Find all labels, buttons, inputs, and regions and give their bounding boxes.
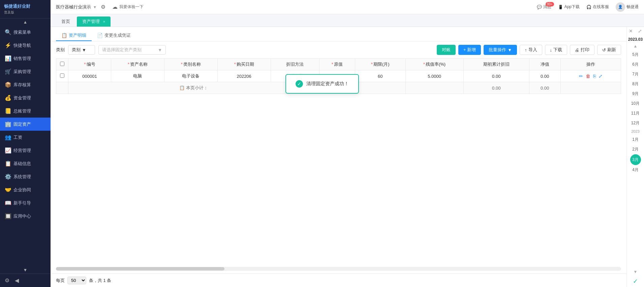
subtotal-text: 本页小计：	[186, 85, 208, 90]
more-icon[interactable]: ⤢	[599, 73, 603, 79]
settings-gear-icon[interactable]: ⚙	[101, 4, 105, 10]
batch-ops-button[interactable]: 批量操作 ▼	[484, 45, 517, 55]
rp-scroll-down-btn[interactable]: ▼	[627, 268, 644, 276]
sidebar-item-inventory-label: 库存核算	[13, 82, 31, 88]
company-dropdown-icon: ▼	[93, 5, 97, 9]
import-icon: ↑	[525, 47, 527, 53]
sub-tab-asset-detail[interactable]: 📋 资产明细	[56, 30, 92, 41]
rp-month-9[interactable]: 9月	[627, 89, 644, 99]
rp-month-2[interactable]: 2月	[627, 145, 644, 154]
per-page-select[interactable]: 50 20 100	[67, 277, 86, 284]
rp-close-row: ✕ ⤢	[627, 27, 644, 35]
sidebar-scroll-down[interactable]: ▼	[0, 266, 51, 274]
sidebar-item-fixed-assets[interactable]: 🏢 固定资产	[0, 118, 51, 131]
import-button[interactable]: ↑ 导入	[520, 45, 542, 55]
settings-icon[interactable]: ⚙	[5, 277, 9, 284]
sidebar: 畅捷通好业财 普及版 ▲ 🔍 搜索菜单 ⚡ 快捷导航 📊 销售管理 🛒 采购管理…	[0, 0, 51, 287]
row-checkbox[interactable]	[60, 73, 64, 78]
message-btn[interactable]: 💬 消息 99+	[537, 4, 551, 10]
sidebar-item-system[interactable]: ⚙️ 系统管理	[0, 170, 51, 183]
col-original-value: *原值	[319, 59, 355, 70]
refresh-button[interactable]: ↺ 刷新	[597, 45, 621, 55]
rp-month-6[interactable]: 6月	[627, 60, 644, 69]
sidebar-item-app-center[interactable]: 🔲 应用中心	[0, 210, 51, 223]
rp-month-10[interactable]: 10月	[627, 99, 644, 108]
sidebar-item-sales[interactable]: 📊 销售管理	[0, 52, 51, 65]
delete-icon[interactable]: 🗑	[586, 73, 590, 79]
col-initial-accumulated: 期初累计折旧	[463, 59, 529, 70]
category-type-select[interactable]: 请选择固定资产类别 ▼	[98, 45, 166, 55]
subtotal-period	[355, 82, 405, 94]
tab-close-icon[interactable]: ×	[103, 20, 105, 24]
search-icon: 🔍	[5, 29, 11, 35]
category-filter-select[interactable]: 类别 ▼	[68, 45, 95, 55]
sidebar-item-purchase[interactable]: 🛒 采购管理	[0, 65, 51, 78]
col-category: *类别名称	[164, 59, 217, 70]
category-filter-value: 类别	[72, 47, 81, 53]
experience-btn[interactable]: ☁ 我要体验一下	[112, 4, 144, 10]
sidebar-logo: 畅捷通好业财 普及版	[0, 0, 51, 19]
pagination-total: 条，共 1 条	[89, 278, 111, 284]
per-page-label: 每页	[56, 278, 65, 284]
sidebar-scroll-up[interactable]: ▲	[0, 19, 51, 26]
sidebar-item-inventory[interactable]: 📦 库存核算	[0, 78, 51, 91]
tab-home[interactable]: 首页	[56, 17, 75, 27]
app-download-btn[interactable]: 📱 App下载	[558, 4, 580, 10]
horizontal-scrollbar[interactable]	[56, 267, 621, 271]
subtotal-initial: 0.00	[463, 82, 529, 94]
rp-month-8[interactable]: 8月	[627, 79, 644, 89]
refresh-icon: ↺	[602, 47, 606, 53]
asset-detail-icon: 📋	[61, 33, 67, 38]
collapse-icon[interactable]: ◀	[15, 277, 19, 284]
subtotal-row: 📋 本页小计： 0.00 0.00 0.00	[56, 82, 621, 94]
rp-month-4[interactable]: 4月	[627, 165, 644, 175]
sidebar-item-basic-info[interactable]: 📋 基础信息	[0, 157, 51, 170]
sidebar-item-quick-nav[interactable]: ⚡ 快捷导航	[0, 39, 51, 52]
rp-month-1[interactable]: 1月	[627, 135, 644, 145]
cell-code: 000001	[68, 70, 111, 82]
reconcile-button[interactable]: 对账	[437, 45, 456, 55]
rp-year-2023-label: 2023	[627, 128, 644, 135]
rp-month-11[interactable]: 11月	[627, 108, 644, 118]
sidebar-item-funds[interactable]: 💰 资金管理	[0, 91, 51, 104]
sidebar-item-guide[interactable]: 📖 新手引导	[0, 196, 51, 210]
print-button[interactable]: 🖨 打印	[570, 45, 594, 55]
sidebar-item-general-ledger[interactable]: 📒 总账管理	[0, 104, 51, 118]
sub-tab-change-voucher-label: 变更生成凭证	[104, 32, 131, 38]
rp-month-5[interactable]: 5月	[627, 50, 644, 60]
main-area: 医疗器械行业演示 ▼ ⚙ ☁ 我要体验一下 💬 消息 99+ 📱 App下载 🎧…	[51, 0, 644, 287]
app-download-label: App下载	[564, 4, 580, 10]
sidebar-item-purchase-label: 采购管理	[13, 69, 31, 75]
sidebar-item-enterprise[interactable]: 🤝 企业协同	[0, 183, 51, 196]
rp-month-7[interactable]: 7月	[627, 69, 644, 79]
tab-asset-management[interactable]: 资产管理 ×	[77, 17, 111, 27]
user-profile[interactable]: 👤 畅捷通	[616, 2, 639, 12]
company-selector[interactable]: 医疗器械行业演示 ▼	[56, 4, 97, 10]
sidebar-item-search[interactable]: 🔍 搜索菜单	[0, 26, 51, 39]
new-button[interactable]: + 新增	[458, 45, 481, 55]
rp-close-btn[interactable]: ✕	[629, 28, 633, 34]
copy-icon[interactable]: ⎘	[593, 73, 596, 79]
sidebar-item-payroll[interactable]: 👥 工资	[0, 131, 51, 144]
edit-icon[interactable]: ✏	[579, 73, 583, 79]
subtotal-residual	[405, 82, 463, 94]
cell-depreciation-method: 年限平均	[271, 70, 319, 82]
col-actions: 操作	[560, 59, 621, 70]
general-ledger-icon: 📒	[5, 108, 11, 114]
download-label: 下载	[553, 47, 562, 53]
rp-month-3-active[interactable]: 3月	[630, 154, 641, 165]
new-label: + 新增	[463, 47, 476, 53]
sub-tab-change-voucher[interactable]: 📄 变更生成凭证	[92, 30, 136, 41]
rp-expand-btn[interactable]: ⤢	[638, 28, 642, 34]
select-all-checkbox[interactable]	[60, 62, 64, 66]
sidebar-item-operations[interactable]: 📈 经营管理	[0, 144, 51, 157]
rp-bottom-icon: ✓	[627, 276, 644, 287]
sidebar-item-basic-info-label: 基础信息	[13, 161, 31, 167]
app-center-icon: 🔲	[5, 213, 11, 219]
rp-month-12[interactable]: 12月	[627, 118, 644, 128]
rp-scroll-up-btn[interactable]: ▲	[627, 42, 644, 50]
cell-actions: ✏ 🗑 ⎘ ⤢	[560, 70, 621, 82]
col-net-value: 净值	[529, 59, 560, 70]
download-button[interactable]: ↓ 下载	[545, 45, 568, 55]
online-service-btn[interactable]: 🎧 在线客服	[586, 4, 609, 10]
